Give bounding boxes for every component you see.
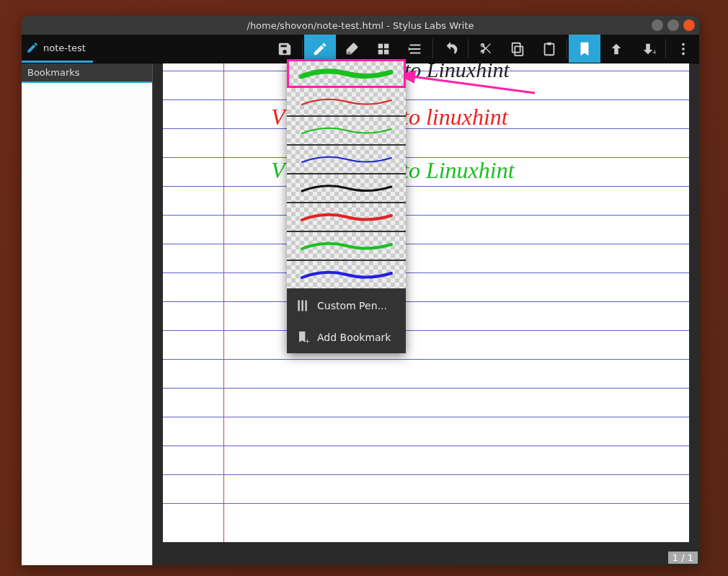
insert-space-icon [407,41,423,57]
pen-swatch-2[interactable] [287,117,406,146]
bookmark-add-icon: + [296,330,310,345]
svg-rect-5 [512,43,520,52]
paste-button[interactable] [533,35,565,63]
pen-dropdown-menu: Custom Pen... + Add Bookmark [287,59,406,353]
handwriting-line-2: to linuxhint [402,104,508,130]
undo-button[interactable] [435,35,466,63]
overflow-menu-button[interactable] [667,35,699,63]
pencil-icon [26,41,39,54]
pen-icon [312,41,328,57]
svg-text:+: + [652,48,657,56]
pen-swatch-3[interactable] [287,146,406,174]
arrow-up-icon [608,41,624,57]
save-icon [277,41,293,57]
arrow-down-plus-icon: + [640,41,656,57]
svg-rect-12 [298,301,300,311]
titlebar: /home/shovon/note-test.html - Stylus Lab… [22,16,699,35]
window-controls [652,19,695,31]
document-tab-label: note-test [43,43,86,53]
maximize-button[interactable] [667,19,679,31]
custom-pen-menu-item[interactable]: Custom Pen... [287,290,406,322]
svg-rect-4 [515,46,523,56]
handwriting-line-3-prefix: V [271,157,285,184]
bookmark-icon [577,41,592,57]
svg-rect-2 [378,49,383,53]
paper-margin-line [223,63,224,542]
pen-swatch-1[interactable] [287,88,406,117]
svg-point-10 [682,48,685,50]
bookmarks-sidebar: Bookmarks [22,63,153,565]
sidebar-header: Bookmarks [22,63,152,83]
paper-canvas[interactable]: to Linuxhint V to linuxhint V to Linuxhi… [163,63,689,542]
svg-point-9 [682,43,685,45]
paste-icon [541,41,557,57]
svg-text:+: + [305,337,311,345]
page-status: 1 / 1 [668,551,698,564]
next-page-button[interactable]: + [632,35,664,63]
close-button[interactable] [683,19,695,31]
pens-icon [296,298,310,313]
document-tab[interactable]: note-test [22,35,93,63]
dots-vertical-icon [675,41,691,57]
canvas-wrap: to Linuxhint V to linuxhint V to Linuxhi… [153,63,699,565]
add-bookmark-menu-item[interactable]: + Add Bookmark [287,322,406,353]
pen-swatch-6[interactable] [287,232,406,261]
cut-icon [478,41,494,57]
svg-rect-0 [378,43,383,48]
cut-button[interactable] [470,35,502,63]
add-bookmark-label: Add Bookmark [317,332,391,343]
handwriting-line-3: to Linuxhint [402,157,515,184]
window-title: /home/shovon/note-test.html - Stylus Lab… [247,20,474,31]
svg-point-11 [682,52,685,55]
svg-rect-13 [301,301,303,311]
undo-icon [443,41,458,57]
select-icon [376,41,391,57]
pen-swatch-0[interactable] [287,59,406,88]
svg-rect-6 [545,43,554,55]
pen-swatch-5[interactable] [287,203,406,232]
prev-page-button[interactable] [600,35,632,63]
copy-button[interactable] [502,35,533,63]
svg-rect-3 [384,49,389,53]
bookmark-button[interactable] [569,35,600,63]
svg-rect-7 [547,42,551,45]
pen-swatch-7[interactable] [287,261,406,290]
eraser-icon [344,41,360,57]
handwriting-line-1: to Linuxhint [404,63,510,82]
custom-pen-label: Custom Pen... [317,300,387,311]
pen-swatch-4[interactable] [287,174,406,203]
copy-icon [510,41,525,57]
minimize-button[interactable] [652,19,663,31]
svg-rect-1 [384,43,389,48]
svg-rect-14 [305,301,307,311]
pen-swatch-list [287,59,406,290]
handwriting-line-2-prefix: V [271,104,285,130]
